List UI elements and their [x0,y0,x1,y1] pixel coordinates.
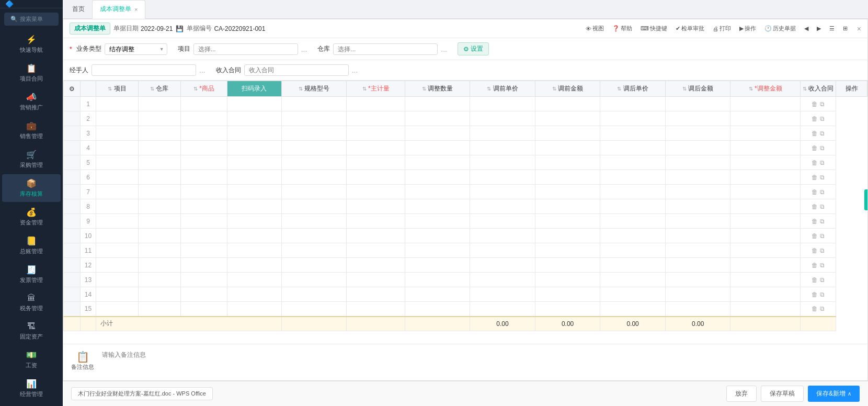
table-cell[interactable] [347,199,405,214]
table-cell[interactable] [227,258,282,273]
tab-close-icon[interactable]: × [134,6,138,13]
table-cell[interactable] [665,185,730,199]
table-cell[interactable] [138,97,180,111]
table-cell[interactable] [730,111,800,126]
sidebar-item-fixed-assets[interactable]: 🏗 固定资产 [2,318,61,345]
table-cell[interactable] [405,243,470,258]
table-cell[interactable] [405,185,470,199]
table-cell[interactable] [470,155,535,170]
save-icon[interactable]: 💾 [176,25,184,32]
table-cell[interactable] [405,141,470,155]
table-cell[interactable] [227,155,282,170]
table-cell[interactable] [138,126,180,141]
table-cell[interactable] [665,111,730,126]
col-product[interactable]: ⇅ *商品 [180,81,227,97]
print-btn[interactable]: 🖨 打印 [711,24,733,33]
table-cell[interactable] [600,273,666,287]
table-cell[interactable] [535,170,600,185]
table-cell[interactable] [665,126,730,141]
table-cell[interactable] [227,141,282,155]
table-cell[interactable] [470,111,535,126]
table-cell[interactable] [180,155,227,170]
table-cell[interactable] [405,111,470,126]
table-cell[interactable] [96,214,139,229]
copy-icon[interactable]: ⧉ [820,218,825,225]
table-cell[interactable] [180,126,227,141]
income-contract-input[interactable] [244,64,349,76]
table-cell[interactable] [227,214,282,229]
table-cell[interactable] [535,287,600,302]
table-cell[interactable] [227,273,282,287]
table-cell[interactable] [180,229,227,243]
table-cell[interactable] [535,258,600,273]
table-cell[interactable] [665,170,730,185]
table-cell[interactable] [730,229,800,243]
table-cell[interactable] [281,243,347,258]
table-cell[interactable] [281,229,347,243]
check-form-btn[interactable]: ✔ 检单审批 [673,24,706,33]
table-cell[interactable] [405,258,470,273]
table-cell[interactable] [535,111,600,126]
table-cell[interactable] [281,302,347,317]
sidebar-search[interactable]: 🔍 搜索菜单 [4,13,59,26]
table-cell[interactable] [470,258,535,273]
table-cell[interactable] [281,287,347,302]
table-cell[interactable] [180,97,227,111]
copy-icon[interactable]: ⧉ [820,174,825,181]
table-cell[interactable] [347,229,405,243]
save-draft-btn[interactable]: 保存草稿 [761,386,804,402]
table-cell[interactable] [347,155,405,170]
table-cell[interactable] [227,199,282,214]
table-cell[interactable] [347,287,405,302]
col-project[interactable]: ⇅ 项目 [96,81,139,97]
table-cell[interactable] [227,185,282,199]
table-cell[interactable] [347,243,405,258]
table-cell[interactable] [665,287,730,302]
sidebar-item-sales-promotion[interactable]: 📣 营销推广 [2,88,61,116]
list-view-btn[interactable]: ☰ [827,24,837,33]
table-cell[interactable] [470,273,535,287]
table-cell[interactable] [535,141,600,155]
sidebar-item-basic-info[interactable]: 🗂 基础信息 [2,403,61,406]
table-cell[interactable] [470,214,535,229]
table-cell[interactable] [96,229,139,243]
table-cell[interactable] [730,185,800,199]
sidebar-item-inventory[interactable]: 📦 库存核算 [2,174,61,202]
table-cell[interactable] [138,170,180,185]
table-cell[interactable] [470,229,535,243]
table-cell[interactable] [405,126,470,141]
table-cell[interactable] [405,199,470,214]
discard-btn[interactable]: 放弃 [726,386,757,402]
save-new-btn[interactable]: 保存&新增 ∧ [808,386,860,402]
tab-cost-adjust[interactable]: 成本调整单 × [92,0,145,19]
delete-icon[interactable]: 🗑 [812,305,818,312]
delete-icon[interactable]: 🗑 [812,115,818,122]
table-cell[interactable] [96,126,139,141]
table-cell[interactable] [180,243,227,258]
sidebar-item-project-contract[interactable]: 📋 项目合同 [2,59,61,87]
copy-icon[interactable]: ⧉ [820,276,825,284]
table-cell[interactable] [730,214,800,229]
table-cell[interactable] [470,243,535,258]
table-cell[interactable] [600,229,666,243]
copy-icon[interactable]: ⧉ [820,159,825,166]
table-cell[interactable] [665,273,730,287]
table-cell[interactable] [138,185,180,199]
col-adjust-qty[interactable]: ⇅ 调整数量 [405,81,470,97]
table-cell[interactable] [405,214,470,229]
tab-home[interactable]: 首页 [65,0,92,19]
table-cell[interactable] [96,273,139,287]
table-cell[interactable] [665,243,730,258]
table-cell[interactable] [600,302,666,317]
table-cell[interactable] [730,170,800,185]
sidebar-item-quick-nav[interactable]: ⚡ 快速导航 [2,30,61,58]
delete-icon[interactable]: 🗑 [812,100,818,108]
nav-prev-btn[interactable]: ◀ [802,24,810,33]
table-cell[interactable] [600,199,666,214]
table-cell[interactable] [347,170,405,185]
project-input[interactable] [193,43,298,55]
table-cell[interactable] [470,126,535,141]
table-cell[interactable] [227,170,282,185]
taskbar-item[interactable]: 木门行业好业财处理方案-墓红红.doc - WPS Office [71,387,213,400]
table-cell[interactable] [665,258,730,273]
